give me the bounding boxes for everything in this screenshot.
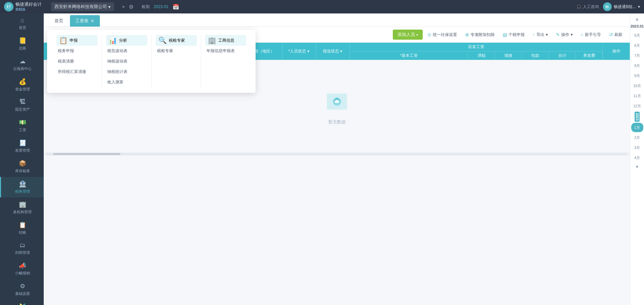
month-6[interactable]: 6月 [631,41,643,50]
tax-expert-header: 🔍 税检专家 [156,35,197,46]
menu-item-annual-report[interactable]: 年报信息申报表 [205,46,246,56]
declaration-icon: 📋 [59,36,68,44]
tax-return-label: 个税申报 [508,32,525,38]
filter-status-icon[interactable]: ▼ [307,49,310,53]
sidebar-item-ledger[interactable]: 📒 总账 [0,34,44,54]
sidebar-label-xiaochang: 小畅报销 [15,271,30,276]
fixed-asset-icon: 🏗 [20,99,26,106]
guide-btn-icon: ○ [581,32,583,37]
empty-illustration [324,87,350,114]
guide-btn[interactable]: ○ 新手引导 [579,31,603,39]
scroll-down-btn[interactable]: ▼ [634,163,641,171]
th-status: *人员状态 ▼ [282,43,316,60]
menu-item-tax-payment-fluctuation[interactable]: 纳税波动表 [106,56,147,67]
top-bar-right: 🎧 人工咨询 畅 畅捷通B组... ▾ [576,2,640,11]
menu-item-income-forecast[interactable]: 收入测算 [106,77,147,87]
horizontal-scrollbar[interactable] [44,152,630,156]
current-year-label[interactable]: 2023 [635,112,640,122]
menu-item-tax-declaration[interactable]: 税务申报 [56,46,98,56]
sidebar-item-tax[interactable]: 🏦 税务管理 [0,177,44,197]
logo-icon: 好 [4,2,13,11]
chevron-down-icon: ▾ [638,4,640,9]
operation-arrow-icon: ▾ [571,32,573,37]
menu-item-tax-statistics[interactable]: 纳税统计表 [106,67,147,77]
export-label: 导出 [536,32,544,38]
add-person-button[interactable]: 添加人员 ▾ [393,30,423,40]
settings-icon[interactable]: ⚙ [129,4,134,10]
scrollbar-thumb[interactable] [53,153,120,155]
operation-icon: ✎ [556,32,560,37]
sidebar-label-payroll: 工资 [19,127,26,132]
month-9[interactable]: 9月 [631,71,643,80]
refresh-btn[interactable]: ↺ 刷新 [607,31,624,39]
social-security-btn[interactable]: ⊙ 统一社保设置 [425,31,459,39]
tax-expert-section: 🔍 税检专家 税检专家 [152,35,201,87]
sidebar-label-home: 首页 [19,25,26,30]
sidebar-item-archive[interactable]: 🗂 归档管理 [0,238,44,259]
tab-payroll[interactable]: 工资表 ✕ [70,15,100,27]
th-send-status: 报送状态 ▼ [316,43,350,60]
export-icon: ↑ [533,32,535,37]
month-3[interactable]: 3月 [631,143,643,152]
sidebar-item-inventory[interactable]: 📦 库存核算 [0,156,44,177]
sidebar-item-fund[interactable]: 💰 资金管理 [0,75,44,95]
special-deduction-btn[interactable]: ⊕ 专项附加扣除 [463,31,497,39]
operation-btn[interactable]: ✎ 操作 ▾ [554,31,575,39]
sidebar-item-basic-settings[interactable]: ⚙ 基础设置 [0,279,44,300]
month-11[interactable]: 11月 [631,91,643,101]
month-12[interactable]: 12月 [631,101,643,111]
sidebar-item-multi-org[interactable]: 🏢 多机构管理 [0,197,44,218]
menu-item-tax-burden-fluctuation[interactable]: 税负波动表 [106,46,147,56]
close-period-icon: 📋 [19,221,26,229]
th-allowance: 津贴 [468,51,495,60]
menu-item-tax-expert[interactable]: 税检专家 [156,46,197,56]
tab-close-icon[interactable]: ✕ [90,18,94,24]
sidebar-item-invoice[interactable]: 🧾 发票管理 [0,136,44,156]
multi-org-icon: 🏢 [19,201,26,208]
month-5[interactable]: 5月 [631,31,643,40]
tax-management-dropdown: 📋 申报 税务申报 税表清册 所得税汇算清缴 📊 分析 税负波动表 纳税波动表 … [47,30,256,93]
sidebar-item-close[interactable]: 📋 结账 [0,218,44,238]
payroll-icon: 💵 [19,119,26,126]
add-person-label: 添加人员 [397,32,415,38]
invoice-icon: 🧾 [19,139,26,147]
month-7[interactable]: 7月 [631,51,643,60]
month-10[interactable]: 10月 [631,81,643,90]
svg-rect-3 [335,100,339,103]
service-button[interactable]: 🎧 人工咨询 [576,4,599,10]
month-2[interactable]: 2月 [631,133,643,142]
right-sidebar: ▲ 2023.01 5月 6月 7月 8月 9月 10月 11月 12月 202… [630,13,644,305]
sidebar-item-home[interactable]: ⌂ 首页 [0,13,44,34]
sidebar-item-xiaochang[interactable]: 📣 小畅报销 [0,259,44,279]
month-1-active[interactable]: 1月 [631,123,643,132]
sidebar-item-cloud-report[interactable]: ☁ 云报表中心 [0,54,44,75]
add-icon[interactable]: ＋ [121,3,126,10]
service-label: 人工咨询 [583,4,599,10]
filter-send-icon[interactable]: ▼ [340,49,343,53]
export-btn[interactable]: ↑ 导出 ▾ [531,31,550,39]
settings-gear-icon: ⚙ [20,282,25,290]
sidebar-label-multi-org: 多机构管理 [13,209,32,215]
th-deduction: 扣款 [522,51,549,60]
calendar-icon[interactable]: 📅 [173,4,179,10]
sidebar-item-newbie-guide[interactable]: 🔰 新手引导 [0,300,44,305]
menu-item-tax-table-list[interactable]: 税表清册 [56,56,98,67]
month-4[interactable]: 4月 [631,153,643,162]
menu-item-income-tax-settlement[interactable]: 所得税汇算清缴 [56,67,98,77]
analysis-section: 📊 分析 税负波动表 纳税波动表 纳税统计表 收入测算 [102,35,151,87]
export-arrow-icon: ▾ [546,32,548,37]
sidebar-label-archive: 归档管理 [15,250,30,255]
tab-home-label: 首页 [54,18,63,23]
company-selector[interactable]: 西安虾米网络科技有限公司 ▾ [51,2,114,11]
sidebar-item-payroll[interactable]: 💵 工资 [0,115,44,136]
month-8[interactable]: 8月 [631,61,643,70]
sidebar-item-fixed-asset[interactable]: 🏗 固定资产 [0,95,44,115]
scroll-up-btn[interactable]: ▲ [634,15,641,23]
tab-home[interactable]: 首页 [49,15,69,27]
th-operation: 操作 [603,43,630,60]
th-pension: 养老费 [576,51,603,60]
tax-return-btn[interactable]: ▤ 个税申报 [501,31,527,39]
user-area[interactable]: 畅 畅捷通B组... ▾ [603,2,640,11]
app-subtitle: 旗舰版 [15,7,42,12]
chevron-down-icon: ▾ [108,4,111,9]
